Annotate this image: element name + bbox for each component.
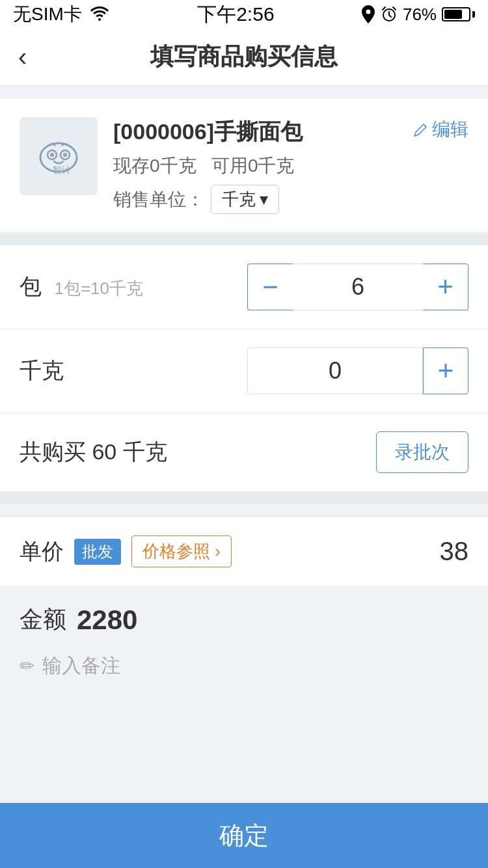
- divider-2: [0, 491, 488, 504]
- status-bar: 无SIM卡 下午2:56 76%: [0, 0, 488, 29]
- status-left: 无SIM卡: [13, 2, 111, 27]
- svg-text:智计: 智计: [53, 165, 71, 175]
- wifi-icon: [88, 7, 111, 22]
- kg-qty-input[interactable]: [247, 347, 423, 394]
- svg-point-4: [50, 153, 54, 157]
- edit-icon: [414, 122, 428, 137]
- price-value: 38: [440, 537, 469, 566]
- input-section: 包 1包=10千克 − + 千克 +: [0, 245, 488, 413]
- alarm-icon: [381, 6, 398, 23]
- confirm-button[interactable]: 确定: [0, 803, 488, 868]
- bao-row: 包 1包=10千克 − +: [0, 245, 488, 329]
- kg-row: 千克 +: [0, 329, 488, 413]
- divider-1: [0, 232, 488, 245]
- bao-decrement-button[interactable]: −: [247, 264, 293, 310]
- product-stock: 现存0千克 可用0千克: [113, 154, 468, 178]
- total-row: 共购买 60 千克 录批次: [0, 413, 488, 491]
- unit-select[interactable]: 千克 ▾: [211, 185, 279, 214]
- nav-bar: ‹ 填写商品购买信息: [0, 29, 488, 86]
- bao-qty-control: − +: [247, 264, 468, 310]
- svg-point-5: [63, 153, 67, 157]
- price-tag: 批发: [74, 539, 121, 565]
- battery-icon: [442, 7, 475, 21]
- remark-placeholder: 输入备注: [42, 653, 120, 679]
- page-title: 填写商品购买信息: [150, 41, 338, 73]
- kg-label: 千克: [20, 356, 247, 386]
- batch-button[interactable]: 录批次: [376, 431, 468, 473]
- product-card: 智计 [0000006]手撕面包 现存0千克 可用0千克 销售单位： 千克 ▾ …: [0, 99, 488, 232]
- bao-increment-button[interactable]: +: [423, 264, 468, 310]
- remark-row[interactable]: ✏ 输入备注: [20, 646, 468, 686]
- battery-percent: 76%: [403, 5, 437, 25]
- price-ref-button[interactable]: 价格参照 ›: [131, 536, 232, 567]
- owl-logo-icon: 智计: [36, 137, 81, 176]
- price-section: 单价 批发 价格参照 › 38: [0, 517, 488, 586]
- carrier-text: 无SIM卡: [13, 2, 82, 27]
- pencil-icon: ✏: [20, 655, 34, 677]
- product-unit-row: 销售单位： 千克 ▾: [113, 185, 468, 214]
- status-right: 76%: [361, 5, 475, 25]
- bao-qty-input[interactable]: [293, 264, 423, 310]
- bao-label: 包 1包=10千克: [20, 272, 247, 302]
- kg-increment-button[interactable]: +: [423, 347, 468, 394]
- status-time: 下午2:56: [197, 1, 274, 28]
- amount-label: 金额: [20, 604, 66, 636]
- total-label: 共购买 60 千克: [20, 437, 167, 467]
- edit-button[interactable]: 编辑: [414, 117, 468, 142]
- kg-qty-control: +: [247, 347, 468, 394]
- bao-hint: 1包=10千克: [54, 278, 143, 298]
- price-label: 单价: [20, 537, 64, 567]
- amount-value: 2280: [77, 604, 137, 636]
- product-image: 智计: [20, 117, 98, 195]
- price-row: 单价 批发 价格参照 › 38: [20, 536, 468, 567]
- amount-section: 金额 2280 ✏ 输入备注: [0, 586, 488, 699]
- location-icon: [361, 5, 375, 23]
- back-button[interactable]: ‹: [18, 42, 27, 72]
- amount-row: 金额 2280: [20, 604, 468, 636]
